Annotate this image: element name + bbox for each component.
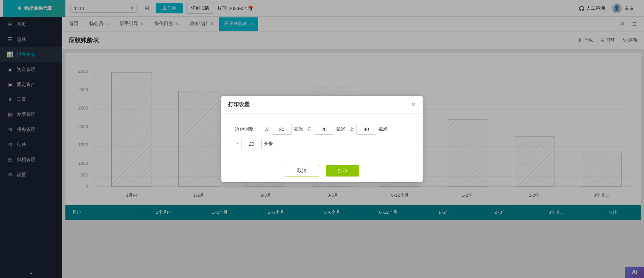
right-margin-input[interactable] <box>314 124 334 135</box>
top-label: 上 <box>350 126 354 132</box>
modal-body: 边距调整： 左 毫米 右 毫米 上 毫米 下 <box>221 114 423 159</box>
bottom-margin-input[interactable] <box>241 139 262 149</box>
left-label: 左 <box>265 126 270 132</box>
print-confirm-button[interactable]: 打印 <box>326 165 359 177</box>
bottom-label: 下 <box>235 141 239 147</box>
modal-title: 打印设置 <box>228 101 250 108</box>
bottom-unit: 毫米 <box>264 141 273 147</box>
margin-settings-row: 边距调整： 左 毫米 右 毫米 上 毫米 下 <box>235 124 409 149</box>
left-margin-group: 左 毫米 <box>265 124 303 135</box>
right-label: 右 <box>307 126 312 132</box>
left-unit: 毫米 <box>294 126 303 132</box>
top-margin-group: 上 毫米 <box>350 124 388 135</box>
modal-close-button[interactable]: ✕ <box>411 102 416 108</box>
margin-label: 边距调整： <box>235 126 258 132</box>
modal-header: 打印设置 ✕ <box>221 96 423 114</box>
top-margin-input[interactable] <box>356 124 376 135</box>
top-unit: 毫米 <box>378 126 388 132</box>
print-settings-dialog: 打印设置 ✕ 边距调整： 左 毫米 右 毫米 上 毫米 <box>221 96 423 182</box>
right-margin-group: 右 毫米 <box>307 124 345 135</box>
right-unit: 毫米 <box>336 126 345 132</box>
bottom-margin-group: 下 毫米 <box>235 139 273 149</box>
modal-overlay: 打印设置 ✕ 边距调整： 左 毫米 右 毫米 上 毫米 <box>0 0 644 278</box>
left-margin-input[interactable] <box>272 124 292 135</box>
cancel-button[interactable]: 取消 <box>285 165 319 177</box>
modal-footer: 取消 打印 <box>221 159 423 182</box>
